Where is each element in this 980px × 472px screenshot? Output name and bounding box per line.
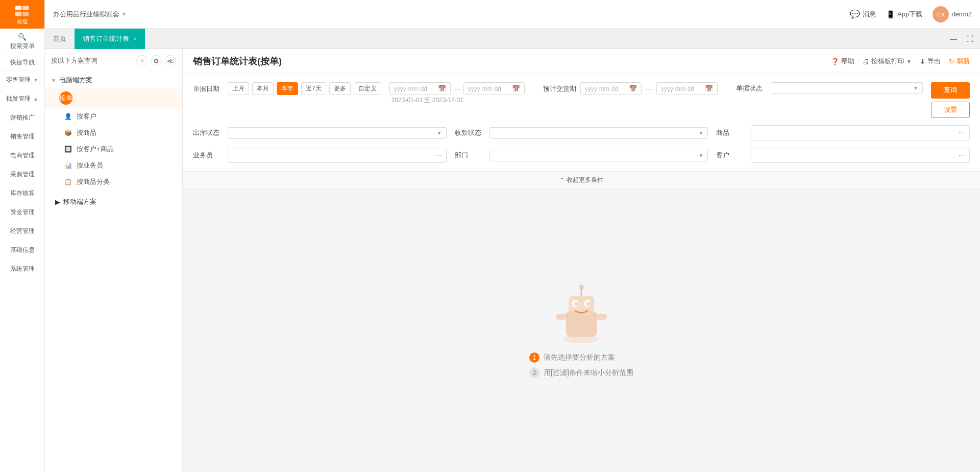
sub-group: 👤 按客户 📦 按商品 🔲 按客户+商品 📊 按业务员: [45, 108, 182, 190]
expected-date-separator: —: [646, 85, 652, 92]
plan-item-by-order[interactable]: 按单: [45, 88, 182, 108]
more-btn[interactable]: 更多: [329, 82, 351, 95]
date-start-input[interactable]: yyyy-mm-dd 📅: [389, 82, 451, 95]
plan-item-by-goods[interactable]: 📦 按商品: [49, 125, 182, 141]
query-btn[interactable]: 查询: [931, 82, 970, 99]
salesman-icon: 📊: [63, 161, 72, 170]
template-print-label: 按模板打印: [871, 57, 904, 66]
goods-select[interactable]: ···: [751, 125, 970, 140]
calendar-icon-expected-start: 📅: [629, 85, 637, 92]
template-print-btn[interactable]: 🖨 按模板打印 ▼: [863, 57, 912, 66]
collapse-chevron-icon: ⌃: [559, 177, 565, 184]
customer-dots: ···: [959, 151, 965, 160]
tab-maximize-btn[interactable]: ⛶: [964, 33, 976, 45]
expected-end-placeholder: yyyy-mm-dd: [661, 85, 694, 92]
by-customer-label: 按客户: [77, 112, 96, 121]
tab-sales-stats[interactable]: 销售订单统计表 ×: [75, 29, 145, 49]
date-separator: —: [454, 85, 460, 92]
mobile-group-title[interactable]: ▶ 移动端方案: [45, 194, 182, 209]
app-download-label: App下载: [897, 10, 922, 19]
dept-chevron: ▼: [698, 153, 703, 158]
search-menu-item[interactable]: 🔍 搜索菜单: [0, 29, 44, 55]
by-salesman-label: 按业务员: [77, 161, 103, 170]
sidebar-item-sales[interactable]: 销售管理: [0, 127, 44, 146]
calendar-icon-end: 📅: [512, 85, 520, 92]
app-subtitle: 标版: [17, 18, 28, 26]
collapse-plan-btn[interactable]: ≪: [165, 55, 176, 66]
sidebar-item-inventory[interactable]: 库存核算: [0, 184, 44, 203]
calendar-icon-expected-end: 📅: [705, 85, 713, 92]
hint1-num: 1: [529, 352, 540, 363]
customer-goods-icon: 🔲: [63, 145, 72, 154]
plan-item-by-salesman[interactable]: 📊 按业务员: [49, 157, 182, 174]
app-logo[interactable]: 标版: [0, 0, 44, 29]
export-icon: ⬇: [920, 58, 925, 65]
svg-point-10: [586, 302, 591, 306]
desktop-group-title[interactable]: ▼ 电脑端方案: [45, 73, 182, 88]
export-label: 导出: [927, 57, 941, 66]
this-month-btn[interactable]: 本月: [252, 82, 274, 95]
refresh-label: 刷新: [957, 57, 970, 66]
sidebar-item-label-system: 系统管理: [10, 265, 35, 273]
delivery-status-select[interactable]: ▼: [228, 127, 447, 139]
sidebar-item-wholesale[interactable]: 批发管理 ▲: [0, 89, 44, 108]
salesman-select[interactable]: ···: [228, 148, 447, 163]
sidebar-item-retail[interactable]: 零售管理 ▼: [0, 70, 44, 89]
print-icon: 🖨: [863, 58, 869, 65]
setting-btn[interactable]: 设置: [931, 102, 970, 118]
sidebar-item-label-finance: 资金管理: [10, 208, 35, 217]
app-download-btn[interactable]: 📱 App下载: [886, 10, 922, 19]
settings-plan-btn[interactable]: ⚙: [151, 55, 162, 66]
sidebar-item-purchase[interactable]: 采购管理: [0, 165, 44, 184]
salesman-dots: ···: [435, 151, 442, 160]
right-panel: 销售订单统计表(按单) ❓ 帮助 🖨 按模板打印 ▼ ⬇ 导出: [183, 49, 980, 472]
dept-select[interactable]: ▼: [489, 150, 708, 161]
sidebar-item-label-operations: 经营管理: [10, 227, 35, 235]
custom-btn[interactable]: 自定义: [354, 82, 381, 95]
hint2-text: 用[过滤]条件来缩小分析范围: [544, 368, 633, 377]
sidebar-item-label-sales: 销售管理: [10, 132, 35, 141]
user-profile[interactable]: Ea demo2: [933, 6, 972, 22]
this-year-btn[interactable]: 本年: [277, 82, 298, 95]
plan-item-by-customer[interactable]: 👤 按客户: [49, 108, 182, 125]
goods-dots: ···: [959, 128, 965, 137]
collapse-bar[interactable]: ⌃ 收起更多条件: [183, 172, 980, 189]
date-end-input[interactable]: yyyy-mm-dd 📅: [463, 82, 525, 95]
refresh-btn[interactable]: ↻ 刷新: [949, 57, 970, 66]
last-7-days-btn[interactable]: 近7天: [301, 82, 326, 95]
tab-close-icon[interactable]: ×: [133, 35, 137, 42]
payment-label: 收款状态: [455, 128, 485, 137]
hint2-num: 2: [529, 368, 540, 378]
tab-minimize-btn[interactable]: —: [947, 33, 960, 45]
help-btn[interactable]: ❓ 帮助: [831, 57, 854, 66]
tab-bar: 首页 销售订单统计表 × — ⛶: [45, 29, 980, 49]
sidebar-item-ecommerce[interactable]: 电商管理: [0, 146, 44, 165]
company-selector[interactable]: 办公用品行业模拟账套 ▼: [53, 10, 127, 19]
tab-home[interactable]: 首页: [45, 29, 75, 49]
sidebar-item-finance[interactable]: 资金管理: [0, 203, 44, 222]
export-btn[interactable]: ⬇ 导出: [920, 57, 941, 66]
sidebar-item-operations[interactable]: 经营管理: [0, 222, 44, 241]
doc-status-select[interactable]: ▼: [771, 82, 923, 94]
payment-status-select[interactable]: ▼: [489, 127, 708, 139]
empty-state: 1 请先选择要分析的方案 2 用[过滤]条件来缩小分析范围: [183, 189, 980, 472]
svg-point-9: [574, 302, 578, 306]
message-btn[interactable]: 💬 消息: [850, 9, 876, 19]
quick-nav-item[interactable]: 快捷导航: [0, 55, 44, 70]
plan-item-by-category[interactable]: 📋 按商品分类: [49, 174, 182, 190]
expected-date-end-input[interactable]: yyyy-mm-dd 📅: [656, 82, 718, 95]
sidebar-item-label-basic: 基础信息: [10, 246, 35, 254]
content: 按以下方案查询 ＋ ⚙ ≪ ▼ 电脑端方案 按单: [45, 49, 980, 472]
sidebar-item-basic[interactable]: 基础信息: [0, 241, 44, 259]
tab-sales-stats-label: 销售订单统计表: [83, 34, 129, 43]
message-icon: 💬: [850, 9, 860, 19]
customer-select[interactable]: ···: [751, 148, 970, 163]
add-plan-btn[interactable]: ＋: [136, 55, 148, 66]
plan-item-by-customer-goods[interactable]: 🔲 按客户+商品: [49, 141, 182, 157]
expected-date-start-input[interactable]: yyyy-mm-dd 📅: [580, 82, 642, 95]
empty-illustration: [551, 283, 612, 344]
last-month-btn[interactable]: 上月: [228, 82, 249, 95]
page-title-bar: 销售订单统计表(按单) ❓ 帮助 🖨 按模板打印 ▼ ⬇ 导出: [183, 49, 980, 74]
sidebar-item-marketing[interactable]: 营销推广: [0, 108, 44, 127]
sidebar-item-system[interactable]: 系统管理: [0, 259, 44, 278]
